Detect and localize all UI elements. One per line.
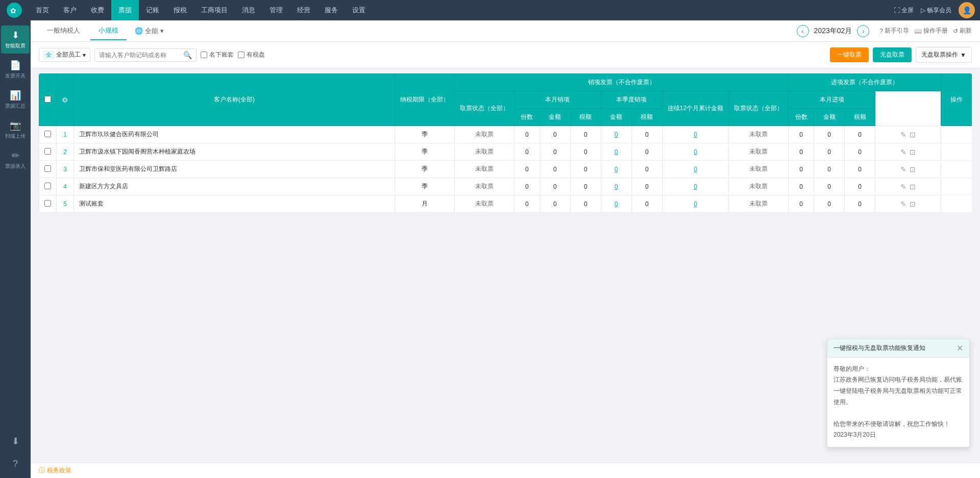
sidebar-item-scan-upload[interactable]: 📷 扫描上传 <box>1 116 30 144</box>
sidebar-item-invoice-issue[interactable]: 📄 发票开具 <box>1 56 30 84</box>
row-sm-amount: 0 <box>540 143 570 161</box>
row-tax-period: 月 <box>395 195 454 213</box>
row-tax-period: 季 <box>395 161 454 178</box>
view-icon[interactable]: ⊡ <box>910 183 916 191</box>
nav-client[interactable]: 客户 <box>56 0 84 20</box>
app-logo[interactable]: ✿ <box>5 1 23 19</box>
row-checkbox[interactable] <box>44 148 51 155</box>
row-tax-period: 季 <box>395 178 454 195</box>
row-pm-amount: 0 <box>814 195 845 213</box>
view-icon[interactable]: ⊡ <box>910 148 916 156</box>
refresh-btn[interactable]: ↺ 刷新 <box>953 27 972 35</box>
my-accounts-checkbox-label[interactable]: 名下账套 <box>201 51 234 59</box>
view-icon[interactable]: ⊡ <box>910 165 916 173</box>
smart-ticket-icon: ⬇ <box>12 30 19 41</box>
tab-all-capability[interactable]: 🌐 全能 ▾ <box>129 22 170 40</box>
edit-icon[interactable]: ✎ <box>900 131 906 139</box>
row-actions: ✎ ⊡ <box>875 178 941 195</box>
manual-btn[interactable]: 📖 操作手册 <box>914 27 948 35</box>
cumulative-link[interactable]: 0 <box>694 166 697 173</box>
sidebar-item-ticket-entry[interactable]: ✏ 票据录入 <box>1 146 30 174</box>
fullscreen-btn[interactable]: ⛶ 全屏 <box>894 6 914 15</box>
sq-amount-link[interactable]: 0 <box>615 148 618 156</box>
edit-icon[interactable]: ✎ <box>900 183 906 191</box>
nav-tax[interactable]: 报税 <box>166 0 194 20</box>
user-avatar[interactable]: 👤 <box>959 2 975 18</box>
tab-small-scale[interactable]: 小规模 <box>90 22 127 40</box>
nav-fee[interactable]: 收费 <box>84 0 111 20</box>
row-cumulative: 0 <box>662 178 728 195</box>
row-checkbox[interactable] <box>44 131 51 137</box>
member-btn[interactable]: ▷ 畅享会员 <box>921 6 951 15</box>
toolbar-left: 全 全部员工 ▾ 🔍 名下账套 有税盘 <box>39 48 825 62</box>
notification-close-btn[interactable]: ✕ <box>957 343 963 353</box>
ticket-summary-icon: 📊 <box>10 90 21 101</box>
nav-home[interactable]: 首页 <box>29 0 56 20</box>
nav-service[interactable]: 服务 <box>317 0 345 20</box>
cumulative-link[interactable]: 0 <box>694 148 697 156</box>
tab-general-taxpayer[interactable]: 一般纳税人 <box>39 22 88 40</box>
row-checkbox[interactable] <box>44 183 51 189</box>
row-checkbox-cell <box>39 161 57 178</box>
no-disk-ticket-btn[interactable]: 无盘取票 <box>873 47 912 62</box>
one-key-ticket-btn[interactable]: 一键取票 <box>830 47 869 62</box>
edit-icon[interactable]: ✎ <box>900 200 906 208</box>
row-sm-copies: 0 <box>514 195 540 213</box>
row-customer: 测试账套 <box>74 195 395 213</box>
nav-settings[interactable]: 设置 <box>345 0 373 20</box>
th-tax-period: 纳税期限（全部） <box>395 74 454 126</box>
sq-amount-link[interactable]: 0 <box>615 166 618 173</box>
row-pm-tax: 0 <box>845 143 875 161</box>
row-checkbox[interactable] <box>44 200 51 207</box>
sidebar-question-icon[interactable]: ? <box>6 455 24 473</box>
book-icon: 📖 <box>914 28 922 35</box>
tax-disk-checkbox[interactable] <box>238 52 244 58</box>
search-input[interactable] <box>99 52 181 59</box>
sq-amount-link[interactable]: 0 <box>615 200 618 208</box>
th-pm-tax: 税额 <box>845 109 875 126</box>
svg-text:✿: ✿ <box>10 7 16 15</box>
edit-icon[interactable]: ✎ <box>900 148 906 156</box>
row-checkbox[interactable] <box>44 165 51 172</box>
nav-bookkeeping[interactable]: 记账 <box>139 0 166 20</box>
row-index: 4 <box>57 178 74 195</box>
nav-business[interactable]: 工商项目 <box>194 0 235 20</box>
prev-month-btn[interactable]: ‹ <box>797 25 809 37</box>
cumulative-link[interactable]: 0 <box>694 200 697 208</box>
sq-amount-link[interactable]: 0 <box>615 131 618 138</box>
nav-management[interactable]: 管理 <box>262 0 290 20</box>
nav-items: 首页 客户 收费 票据 记账 报税 工商项目 消息 管理 经营 服务 设置 <box>29 0 894 20</box>
search-icon[interactable]: 🔍 <box>183 51 192 59</box>
cumulative-link[interactable]: 0 <box>694 131 697 138</box>
cumulative-link[interactable]: 0 <box>694 183 697 190</box>
th-sales-status: 取票状态（全部） <box>454 91 514 126</box>
scan-upload-icon: 📷 <box>10 120 21 131</box>
nav-invoice[interactable]: 票据 <box>111 0 139 20</box>
sidebar: ⬇ 智能取票 📄 发票开具 📊 票据汇总 📷 扫描上传 ✏ 票据录入 ⬇ ? <box>0 20 31 478</box>
row-customer: 新建区方方文具店 <box>74 178 395 195</box>
bottom-bar: ⓘ 税务政策 <box>31 463 980 478</box>
view-icon[interactable]: ⊡ <box>910 200 916 208</box>
sidebar-item-smart-ticket[interactable]: ⬇ 智能取票 <box>1 26 30 54</box>
tax-disk-checkbox-label[interactable]: 有税盘 <box>238 51 265 59</box>
sidebar-download-icon[interactable]: ⬇ <box>6 432 24 450</box>
th-current-month-purchase: 本月进项 <box>789 91 875 109</box>
edit-icon[interactable]: ✎ <box>900 165 906 173</box>
no-disk-ops-btn[interactable]: 无盘取票操作 ▼ <box>916 47 972 63</box>
row-index: 1 <box>57 126 74 143</box>
select-all-checkbox[interactable] <box>44 96 51 103</box>
my-accounts-checkbox[interactable] <box>201 52 207 58</box>
next-month-btn[interactable]: › <box>857 25 869 37</box>
nav-message[interactable]: 消息 <box>235 0 262 20</box>
view-icon[interactable]: ⊡ <box>910 131 916 139</box>
sidebar-item-ticket-summary[interactable]: 📊 票据汇总 <box>1 86 30 114</box>
row-index: 5 <box>57 195 74 213</box>
new-guide-btn[interactable]: ? 新手引导 <box>879 27 909 35</box>
table-settings-icon[interactable]: ⚙ <box>62 96 68 104</box>
sub-tabs-right-actions: ? 新手引导 📖 操作手册 ↺ 刷新 <box>879 27 972 35</box>
sq-amount-link[interactable]: 0 <box>615 183 618 190</box>
tax-policy-link[interactable]: ⓘ 税务政策 <box>39 466 71 475</box>
row-pm-amount: 0 <box>814 161 845 178</box>
employee-select[interactable]: 全 全部员工 ▾ <box>39 48 90 62</box>
nav-operation[interactable]: 经营 <box>290 0 317 20</box>
